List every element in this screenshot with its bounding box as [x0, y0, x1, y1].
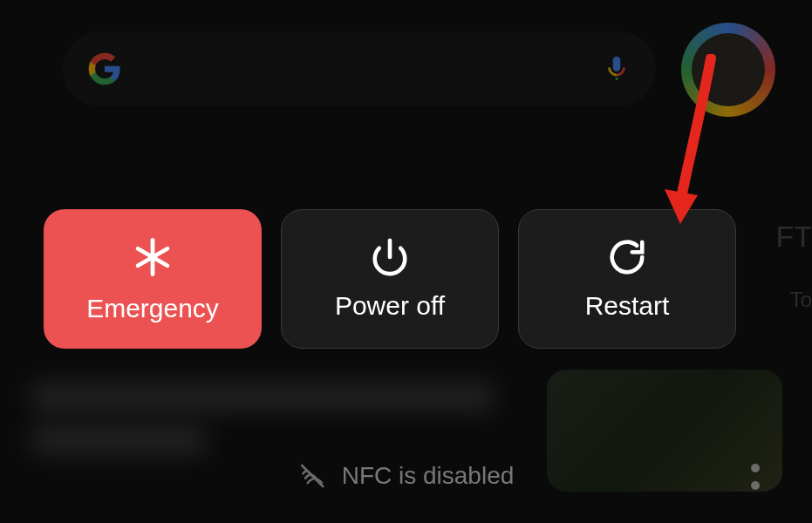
feed-card-title-peek: FT — [775, 220, 812, 254]
restart-button[interactable]: Restart — [518, 209, 736, 349]
emergency-button[interactable]: Emergency — [44, 209, 262, 349]
power-off-button[interactable]: Power off — [281, 209, 499, 349]
google-search-bar — [63, 31, 656, 106]
mic-icon — [602, 50, 631, 88]
power-menu: Emergency Power off Restart — [44, 209, 736, 349]
power-off-label: Power off — [335, 291, 445, 321]
restart-label: Restart — [585, 291, 670, 321]
profile-avatar — [683, 24, 774, 115]
feed-card-subtitle-peek: To — [790, 288, 812, 312]
emergency-label: Emergency — [86, 294, 219, 323]
asterisk-medical-icon — [130, 234, 175, 280]
nfc-status-bar: NFC is disabled — [298, 462, 515, 490]
nfc-disabled-icon — [298, 462, 326, 490]
restart-icon — [607, 237, 647, 277]
blurred-feed-text — [31, 384, 494, 471]
more-vertical-icon — [751, 464, 760, 490]
power-icon — [370, 237, 410, 277]
avatar-photo — [692, 33, 765, 106]
feed-image-card — [547, 370, 782, 492]
nfc-status-label: NFC is disabled — [342, 462, 515, 490]
google-g-icon — [87, 51, 122, 86]
svg-line-4 — [302, 465, 323, 486]
